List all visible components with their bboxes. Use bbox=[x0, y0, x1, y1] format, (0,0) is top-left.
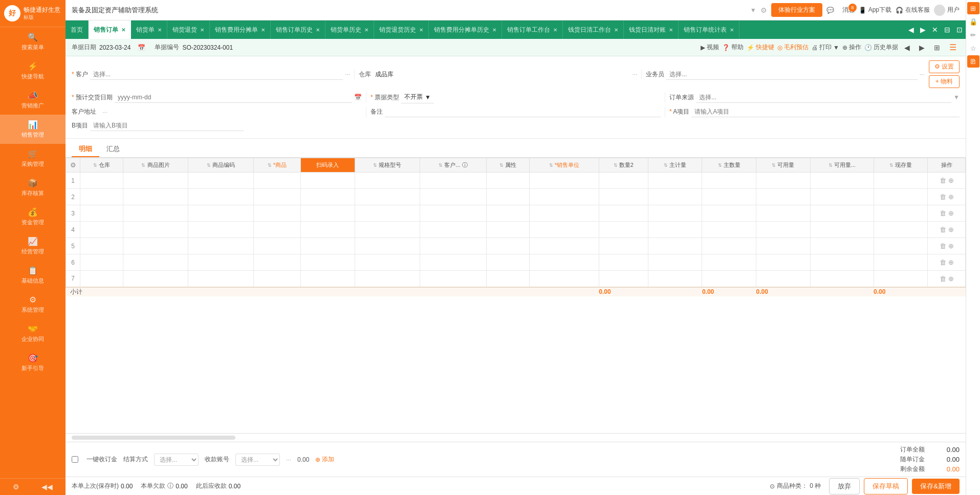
shortcut-btn[interactable]: ⚡ 快捷键 bbox=[747, 43, 774, 52]
row-main-qty[interactable] bbox=[702, 189, 756, 205]
payment-method-select[interactable]: 选择... bbox=[154, 454, 199, 466]
tab-6[interactable]: 销货单历史✕ bbox=[325, 20, 374, 39]
rt-special-btn[interactable]: 🖹 bbox=[967, 55, 979, 68]
row-copy-icon[interactable]: ⊕ bbox=[948, 242, 954, 250]
warehouse-dots-btn[interactable]: ··· bbox=[632, 71, 637, 78]
row-ops[interactable]: 🗑 ⊕ bbox=[928, 238, 966, 254]
tab-close-9[interactable]: ✕ bbox=[553, 27, 557, 33]
cal-icon[interactable]: 📅 bbox=[138, 44, 145, 51]
tab-11[interactable]: 钱货日清对账✕ bbox=[624, 20, 679, 39]
row-spec[interactable] bbox=[355, 254, 420, 271]
sidebar-item-基础信息[interactable]: 📋 基础信息 bbox=[0, 261, 66, 290]
row-main-qty[interactable] bbox=[702, 222, 756, 238]
online-service-btn[interactable]: 🎧 在线客服 bbox=[896, 6, 930, 14]
row-qty2[interactable] bbox=[599, 173, 648, 189]
note-input[interactable] bbox=[385, 106, 661, 117]
sidebar-item-新手引导[interactable]: 🎯 新手引导 bbox=[0, 348, 66, 377]
row-scan[interactable] bbox=[301, 189, 355, 205]
row-stock[interactable] bbox=[874, 173, 928, 189]
row-ops[interactable]: 🗑 ⊕ bbox=[928, 254, 966, 271]
row-attr[interactable] bbox=[487, 189, 530, 205]
row-warehouse[interactable] bbox=[80, 254, 123, 271]
tab-menu-btn[interactable]: ⊟ bbox=[941, 20, 953, 39]
row-code[interactable] bbox=[188, 173, 254, 189]
row-code[interactable] bbox=[188, 222, 254, 238]
row-ops[interactable]: 🗑 ⊕ bbox=[928, 222, 966, 238]
settings-button[interactable]: ⚙ 设置 bbox=[929, 60, 960, 73]
row-delete-icon[interactable]: 🗑 bbox=[940, 242, 946, 250]
row-available[interactable] bbox=[756, 271, 811, 287]
row-scan[interactable] bbox=[301, 271, 355, 287]
row-main-qty[interactable] bbox=[702, 254, 756, 271]
row-code[interactable] bbox=[188, 189, 254, 205]
a-project-input[interactable] bbox=[691, 106, 960, 117]
row-image[interactable] bbox=[123, 254, 188, 271]
row-spec[interactable] bbox=[355, 271, 420, 287]
staff-dots-btn[interactable]: ··· bbox=[920, 71, 925, 78]
row-qty2[interactable] bbox=[599, 238, 648, 254]
rt-star-btn[interactable]: ☆ bbox=[967, 42, 979, 54]
tab-prev-btn[interactable]: ◀ bbox=[905, 20, 917, 39]
row-spec[interactable] bbox=[355, 222, 420, 238]
row-product[interactable] bbox=[253, 254, 300, 271]
settings-icon[interactable]: ⚙ bbox=[760, 6, 767, 14]
row-sales-unit[interactable] bbox=[529, 189, 599, 205]
row-delete-icon[interactable]: 🗑 bbox=[940, 193, 946, 201]
row-image[interactable] bbox=[123, 222, 188, 238]
row-available2[interactable] bbox=[810, 205, 874, 222]
row-attr[interactable] bbox=[487, 173, 530, 189]
tab-close-7[interactable]: ✕ bbox=[419, 27, 423, 33]
action-list-btn[interactable]: ☰ bbox=[946, 42, 960, 52]
row-code[interactable] bbox=[188, 271, 254, 287]
tab-1[interactable]: 销售订单✕ bbox=[89, 20, 131, 39]
tab-close-8[interactable]: ✕ bbox=[492, 27, 496, 33]
address-dots-btn[interactable]: ··· bbox=[102, 109, 107, 116]
row-image[interactable] bbox=[123, 238, 188, 254]
row-delete-icon[interactable]: 🗑 bbox=[940, 209, 946, 217]
row-sales-unit[interactable] bbox=[529, 238, 599, 254]
row-available2[interactable] bbox=[810, 173, 874, 189]
row-spec[interactable] bbox=[355, 189, 420, 205]
row-stock[interactable] bbox=[874, 222, 928, 238]
row-scan[interactable] bbox=[301, 238, 355, 254]
customer-input[interactable] bbox=[90, 69, 343, 80]
tab-0[interactable]: 首页 bbox=[66, 20, 89, 39]
sidebar-item-采购管理[interactable]: 🛒 采购管理 bbox=[0, 144, 66, 173]
row-scan[interactable] bbox=[301, 254, 355, 271]
row-product[interactable] bbox=[253, 222, 300, 238]
action-grid-btn[interactable]: ⊞ bbox=[931, 44, 943, 52]
row-available[interactable] bbox=[756, 205, 811, 222]
account-select[interactable]: 选择... bbox=[235, 454, 280, 466]
save-draft-button[interactable]: 保存草稿 bbox=[864, 478, 908, 494]
row-main-unit[interactable] bbox=[648, 238, 702, 254]
row-sales-unit[interactable] bbox=[529, 254, 599, 271]
tab-2[interactable]: 销货单✕ bbox=[131, 20, 167, 39]
sidebar-item-营销推广[interactable]: 📣 营销推广 bbox=[0, 85, 66, 115]
row-copy-icon[interactable]: ⊕ bbox=[948, 275, 954, 283]
help-btn[interactable]: ❓ 帮助 bbox=[722, 43, 744, 52]
row-qty2[interactable] bbox=[599, 254, 648, 271]
row-main-unit[interactable] bbox=[648, 205, 702, 222]
row-available[interactable] bbox=[756, 173, 811, 189]
row-qty2[interactable] bbox=[599, 189, 648, 205]
row-delete-icon[interactable]: 🗑 bbox=[940, 259, 946, 266]
row-customer-code[interactable] bbox=[420, 238, 487, 254]
row-image[interactable] bbox=[123, 205, 188, 222]
row-available2[interactable] bbox=[810, 189, 874, 205]
row-delete-icon[interactable]: 🗑 bbox=[940, 275, 946, 283]
customer-dots-btn[interactable]: ··· bbox=[345, 71, 350, 78]
row-attr[interactable] bbox=[487, 222, 530, 238]
sidebar-item-系统管理[interactable]: ⚙ 系统管理 bbox=[0, 290, 66, 319]
row-attr[interactable] bbox=[487, 254, 530, 271]
row-main-unit[interactable] bbox=[648, 189, 702, 205]
row-main-unit[interactable] bbox=[648, 173, 702, 189]
row-scan[interactable] bbox=[301, 222, 355, 238]
tab-expand-btn[interactable]: ⊡ bbox=[953, 20, 966, 39]
row-customer-code[interactable] bbox=[420, 271, 487, 287]
row-image[interactable] bbox=[123, 173, 188, 189]
tab-close-11[interactable]: ✕ bbox=[669, 27, 673, 33]
row-stock[interactable] bbox=[874, 254, 928, 271]
sidebar-item-搜索菜单[interactable]: 🔍 搜索菜单 bbox=[0, 27, 66, 56]
tab-close-5[interactable]: ✕ bbox=[316, 27, 320, 33]
row-ops[interactable]: 🗑 ⊕ bbox=[928, 173, 966, 189]
